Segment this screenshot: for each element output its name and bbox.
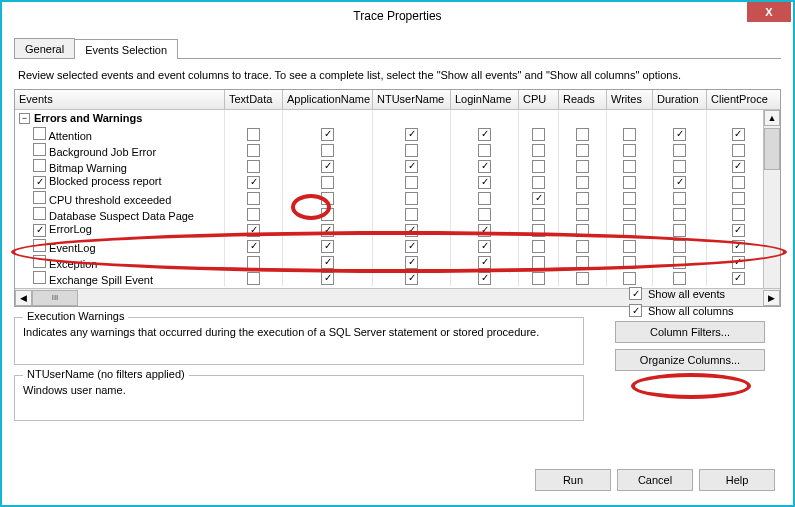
cell-checkbox[interactable] (732, 144, 745, 157)
cell-checkbox[interactable] (623, 176, 636, 189)
col-loginname[interactable]: LoginName (451, 90, 519, 109)
event-row-checkbox[interactable] (33, 176, 46, 189)
column-filters-button[interactable]: Column Filters... (615, 321, 765, 343)
cell-checkbox[interactable] (576, 224, 589, 237)
event-row-checkbox[interactable] (33, 224, 46, 237)
cell-checkbox[interactable] (405, 224, 418, 237)
col-duration[interactable]: Duration (653, 90, 707, 109)
event-row-checkbox[interactable] (33, 159, 46, 172)
cell-checkbox[interactable] (405, 208, 418, 221)
cell-checkbox[interactable] (405, 192, 418, 205)
col-writes[interactable]: Writes (607, 90, 653, 109)
cell-checkbox[interactable] (673, 256, 686, 269)
collapse-icon[interactable]: − (19, 113, 30, 124)
cell-checkbox[interactable] (321, 176, 334, 189)
cell-checkbox[interactable] (405, 256, 418, 269)
cell-checkbox[interactable] (321, 224, 334, 237)
col-textdata[interactable]: TextData (225, 90, 283, 109)
col-ntusername[interactable]: NTUserName (373, 90, 451, 109)
event-row-checkbox[interactable] (33, 255, 46, 268)
col-reads[interactable]: Reads (559, 90, 607, 109)
cell-checkbox[interactable] (405, 128, 418, 141)
cell-checkbox[interactable] (576, 240, 589, 253)
cell-checkbox[interactable] (532, 160, 545, 173)
cell-checkbox[interactable] (673, 176, 686, 189)
organize-columns-button[interactable]: Organize Columns... (615, 349, 765, 371)
cell-checkbox[interactable] (576, 192, 589, 205)
cell-checkbox[interactable] (321, 240, 334, 253)
cell-checkbox[interactable] (532, 272, 545, 285)
cell-checkbox[interactable] (732, 192, 745, 205)
cell-checkbox[interactable] (623, 192, 636, 205)
event-row-checkbox[interactable] (33, 191, 46, 204)
cell-checkbox[interactable] (321, 144, 334, 157)
cell-checkbox[interactable] (532, 192, 545, 205)
category-cell[interactable]: −Errors and Warnings (15, 110, 225, 126)
cell-checkbox[interactable] (623, 128, 636, 141)
cell-checkbox[interactable] (247, 176, 260, 189)
run-button[interactable]: Run (535, 469, 611, 491)
cell-checkbox[interactable] (321, 208, 334, 221)
cell-checkbox[interactable] (576, 160, 589, 173)
col-cpu[interactable]: CPU (519, 90, 559, 109)
cell-checkbox[interactable] (673, 160, 686, 173)
cell-checkbox[interactable] (532, 176, 545, 189)
cell-checkbox[interactable] (478, 160, 491, 173)
scroll-up-icon[interactable]: ▲ (764, 110, 780, 126)
event-row-checkbox[interactable] (33, 239, 46, 252)
vertical-scrollbar[interactable]: ▲ (763, 110, 780, 288)
col-clientprocess[interactable]: ClientProce (707, 90, 770, 109)
cell-checkbox[interactable] (321, 272, 334, 285)
cell-checkbox[interactable] (247, 240, 260, 253)
event-row-checkbox[interactable] (33, 127, 46, 140)
cancel-button[interactable]: Cancel (617, 469, 693, 491)
cell-checkbox[interactable] (732, 128, 745, 141)
cell-checkbox[interactable] (673, 240, 686, 253)
scroll-left-icon[interactable]: ◀ (15, 290, 32, 306)
scroll-right-icon[interactable]: ▶ (763, 290, 780, 306)
cell-checkbox[interactable] (576, 256, 589, 269)
cell-checkbox[interactable] (532, 224, 545, 237)
cell-checkbox[interactable] (532, 240, 545, 253)
cell-checkbox[interactable] (478, 144, 491, 157)
cell-checkbox[interactable] (478, 128, 491, 141)
cell-checkbox[interactable] (576, 144, 589, 157)
cell-checkbox[interactable] (247, 256, 260, 269)
cell-checkbox[interactable] (478, 256, 491, 269)
cell-checkbox[interactable] (478, 272, 491, 285)
cell-checkbox[interactable] (405, 240, 418, 253)
cell-checkbox[interactable] (673, 208, 686, 221)
vscroll-thumb[interactable] (764, 128, 780, 170)
cell-checkbox[interactable] (321, 128, 334, 141)
cell-checkbox[interactable] (247, 128, 260, 141)
cell-checkbox[interactable] (732, 256, 745, 269)
cell-checkbox[interactable] (405, 160, 418, 173)
cell-checkbox[interactable] (478, 208, 491, 221)
cell-checkbox[interactable] (673, 192, 686, 205)
cell-checkbox[interactable] (247, 208, 260, 221)
close-button[interactable]: X (747, 2, 791, 22)
cell-checkbox[interactable] (321, 160, 334, 173)
tab-events-selection[interactable]: Events Selection (74, 39, 178, 59)
cell-checkbox[interactable] (673, 144, 686, 157)
cell-checkbox[interactable] (732, 240, 745, 253)
cell-checkbox[interactable] (247, 160, 260, 173)
event-row-checkbox[interactable] (33, 207, 46, 220)
event-row-checkbox[interactable] (33, 271, 46, 284)
cell-checkbox[interactable] (623, 224, 636, 237)
cell-checkbox[interactable] (532, 208, 545, 221)
cell-checkbox[interactable] (576, 208, 589, 221)
cell-checkbox[interactable] (321, 192, 334, 205)
event-row-checkbox[interactable] (33, 143, 46, 156)
cell-checkbox[interactable] (532, 256, 545, 269)
cell-checkbox[interactable] (732, 208, 745, 221)
cell-checkbox[interactable] (623, 144, 636, 157)
cell-checkbox[interactable] (478, 176, 491, 189)
cell-checkbox[interactable] (576, 176, 589, 189)
cell-checkbox[interactable] (247, 144, 260, 157)
cell-checkbox[interactable] (673, 128, 686, 141)
cell-checkbox[interactable] (623, 208, 636, 221)
cell-checkbox[interactable] (247, 272, 260, 285)
col-events[interactable]: Events (15, 90, 225, 109)
cell-checkbox[interactable] (576, 272, 589, 285)
